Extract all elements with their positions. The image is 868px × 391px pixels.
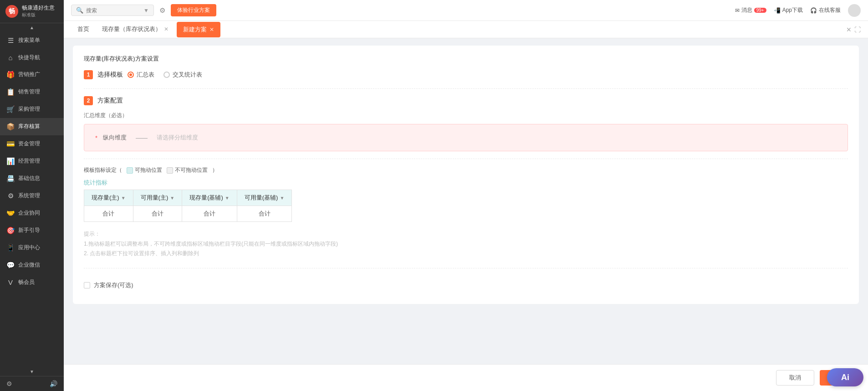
close-panel-icon[interactable]: ✕: [846, 26, 852, 33]
sidebar-bottom: ⚙ 🔊: [0, 376, 64, 391]
tab-inventory-status[interactable]: 现存量（库存状况表） ✕: [96, 21, 175, 38]
required-dimension-area: * 纵向维度 —— 请选择分组维度: [84, 124, 848, 151]
sidebar-item-basic-info[interactable]: 📇 基础信息: [0, 170, 64, 187]
sidebar-item-wechat[interactable]: 💬 企业微信: [0, 257, 64, 274]
download-icon: 📲: [774, 7, 781, 14]
topbar: 🔍 ▼ ⚙ 体验行业方案 ✉ 消息 99+ 📲 App下载 🎧 在线客服: [64, 0, 868, 21]
col-chevron-0: ▼: [121, 196, 126, 201]
save-divider: [84, 268, 848, 268]
ai-float-button[interactable]: Ai: [827, 368, 863, 386]
non-draggable-indicator: 不可拖动位置: [167, 166, 208, 174]
sidebar-scroll-down[interactable]: ▼: [0, 367, 64, 376]
col-dropdown-available-aux[interactable]: 可用量(基辅) ▼: [245, 194, 285, 202]
col-header-existing-main[interactable]: 现存量(主) ▼: [84, 190, 133, 206]
step2-title: 方案配置: [97, 97, 123, 105]
tab-inventory-close[interactable]: ✕: [164, 26, 168, 32]
messages-button[interactable]: ✉ 消息 99+: [735, 6, 766, 14]
cell-existing-aux: 合计: [182, 206, 237, 222]
target-icon: 🎯: [6, 226, 15, 235]
radio-cross[interactable]: 交叉统计表: [163, 71, 202, 79]
logo-text: 畅康通好生意 标准版: [22, 5, 55, 18]
metrics-config-label: 模板指标设定（ 可拖动位置 不可拖动位置 ）: [84, 166, 848, 174]
sidebar-item-purchase[interactable]: 🛒 采购管理: [0, 101, 64, 118]
sidebar-item-operation[interactable]: 📊 经营管理: [0, 153, 64, 170]
step1-num: 1: [84, 70, 93, 79]
gift-icon: 🎁: [6, 71, 15, 79]
expand-icon[interactable]: ⛶: [854, 26, 861, 33]
tips-area: 提示： 1.拖动标题栏可以调整布局，不可跨维度或指标区域拖动栏目字段(只能在同一…: [84, 229, 848, 259]
mobile-icon: 📱: [6, 244, 15, 252]
settings-bottom-icon[interactable]: ⚙: [6, 380, 12, 387]
draggable-indicator: 可拖动位置: [127, 166, 162, 174]
step2-block: 2 方案配置 汇总维度（必选） * 纵向维度 —— 请选择分组维度 模板指标设定…: [84, 96, 848, 259]
sidebar-item-sales[interactable]: 📋 销售管理: [0, 83, 64, 101]
col-header-available-aux[interactable]: 可用量(基辅) ▼: [237, 190, 292, 206]
radio-summary[interactable]: 汇总表: [128, 71, 154, 79]
sidebar-scroll-up[interactable]: ▲: [0, 23, 64, 32]
step2-header: 2 方案配置: [84, 96, 848, 105]
messages-badge: 99+: [754, 8, 766, 13]
summary-dimension-label: 汇总维度（必选）: [84, 112, 848, 119]
metrics-config-area: 统计指标 现存量(主) ▼: [84, 179, 848, 222]
user-avatar[interactable]: [848, 4, 861, 17]
non-draggable-box: [167, 167, 173, 174]
cell-existing-main: 合计: [84, 206, 133, 222]
topbar-gear-icon[interactable]: ⚙: [159, 6, 165, 15]
step-divider-1: [84, 88, 848, 89]
step-divider-2: [84, 159, 848, 159]
chat-icon: 💬: [6, 261, 15, 269]
tabs-bar: 首页 现存量（库存状况表） ✕ 新建方案 ✕ ✕ ⛶: [64, 21, 868, 38]
save-checkbox[interactable]: [84, 282, 90, 288]
online-service-button[interactable]: 🎧 在线客服: [810, 6, 841, 14]
speaker-icon[interactable]: 🔊: [50, 380, 57, 387]
message-icon: ✉: [735, 7, 740, 14]
radio-summary-circle: [128, 72, 134, 78]
sidebar-item-quick-nav[interactable]: ⌂ 快捷导航: [0, 49, 64, 66]
radio-cross-circle: [163, 72, 170, 78]
sidebar-item-app-center[interactable]: 📱 应用中心: [0, 239, 64, 257]
sidebar-item-inventory[interactable]: 📦 库存核算: [0, 118, 64, 135]
cell-available-main: 合计: [133, 206, 182, 222]
card-icon: 💳: [6, 140, 15, 148]
search-dropdown-icon[interactable]: ▼: [143, 7, 149, 14]
page-title: 现存量(库存状况表)方案设置: [84, 55, 848, 63]
sidebar-item-finance[interactable]: 💳 资金管理: [0, 135, 64, 153]
col-header-existing-aux[interactable]: 现存量(基辅) ▼: [182, 190, 237, 206]
col-chevron-3: ▼: [280, 196, 284, 201]
tab-home[interactable]: 首页: [71, 21, 96, 38]
topbar-search-box[interactable]: 🔍 ▼: [71, 5, 154, 16]
sidebar-item-enterprise[interactable]: 🤝 企业协同: [0, 205, 64, 222]
step1-block: 1 选择模板 汇总表 交叉统计表: [84, 70, 848, 79]
sidebar-logo: 畅 畅康通好生意 标准版: [0, 0, 64, 23]
save-option-label: 方案保存(可选): [94, 281, 133, 289]
main-area: 🔍 ▼ ⚙ 体验行业方案 ✉ 消息 99+ 📲 App下载 🎧 在线客服: [64, 0, 868, 391]
col-chevron-1: ▼: [170, 196, 174, 201]
tab-new-plan-close[interactable]: ✕: [209, 26, 214, 33]
chart-icon: 📊: [6, 157, 15, 165]
sidebar-item-system[interactable]: ⚙ 系统管理: [0, 187, 64, 205]
handshake-icon: 🤝: [6, 209, 15, 217]
stats-section-title: 统计指标: [84, 179, 848, 187]
app-download-button[interactable]: 📲 App下载: [774, 6, 803, 14]
col-dropdown-existing-main[interactable]: 现存量(主) ▼: [92, 194, 126, 202]
cancel-button[interactable]: 取消: [776, 370, 814, 386]
sales-icon: 📋: [6, 88, 15, 96]
sidebar-item-newbie[interactable]: 🎯 新手引导: [0, 222, 64, 239]
sidebar-item-search-menu[interactable]: ☰ 搜索菜单: [0, 32, 64, 49]
search-input[interactable]: [86, 7, 141, 14]
sidebar-item-member[interactable]: V 畅会员: [0, 274, 64, 291]
col-dropdown-existing-aux[interactable]: 现存量(基辅) ▼: [189, 194, 230, 202]
col-header-available-main[interactable]: 可用量(主) ▼: [133, 190, 182, 206]
sidebar-item-marketing[interactable]: 🎁 营销推广: [0, 66, 64, 83]
draggable-box: [127, 167, 133, 174]
sidebar: 畅 畅康通好生意 标准版 ▲ ☰ 搜索菜单 ⌂ 快捷导航 🎁 营销推广 📋 销售…: [0, 0, 64, 391]
cart-icon: 🛒: [6, 105, 15, 113]
save-option: 方案保存(可选): [84, 276, 848, 295]
col-dropdown-available-main[interactable]: 可用量(主) ▼: [141, 194, 175, 202]
headset-icon: 🎧: [810, 7, 817, 14]
home-icon: ⌂: [6, 54, 15, 62]
step1-title: 选择模板: [97, 71, 123, 79]
stats-table: 现存量(主) ▼ 可用量(主) ▼: [84, 190, 292, 222]
tab-new-plan[interactable]: 新建方案 ✕: [177, 22, 220, 37]
trial-button[interactable]: 体验行业方案: [171, 4, 216, 16]
